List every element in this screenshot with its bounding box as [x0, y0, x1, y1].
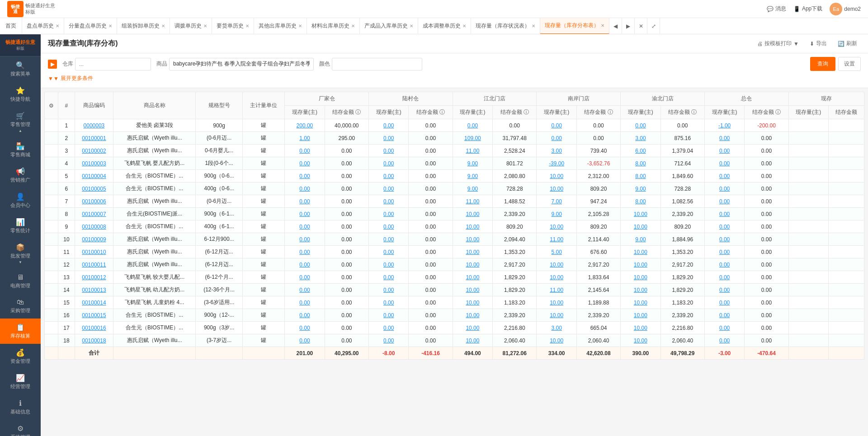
table-cell[interactable]: 0.00 — [704, 132, 744, 145]
table-cell[interactable]: 9.00 — [453, 183, 492, 195]
table-cell[interactable]: 0.00 — [704, 271, 744, 284]
table-cell[interactable]: 0.00 — [704, 145, 744, 157]
table-cell[interactable]: 0.00 — [704, 246, 744, 258]
tab-close-group-disassemble[interactable]: ✕ — [161, 23, 165, 28]
sidebar-item-member[interactable]: 👤 会员中心 — [0, 188, 41, 213]
table-cell[interactable]: 3.00 — [537, 322, 576, 334]
table-cell[interactable]: 0.00 — [285, 220, 325, 233]
table-cell[interactable]: 00100004 — [75, 170, 113, 183]
table-cell[interactable]: 11.00 — [453, 145, 492, 157]
table-cell[interactable]: 10.00 — [621, 258, 660, 271]
table-cell[interactable]: 10.00 — [621, 271, 660, 284]
table-cell[interactable]: 10.00 — [453, 334, 492, 347]
table-cell[interactable]: 00100001 — [75, 132, 113, 145]
table-cell[interactable]: 11.00 — [537, 233, 576, 246]
tab-other-out[interactable]: 其他出库单历史 ✕ — [254, 18, 307, 34]
table-cell[interactable]: 0.00 — [285, 258, 325, 271]
table-cell[interactable]: 0.00 — [285, 284, 325, 296]
sidebar-item-operation[interactable]: 📈 经营管理 — [0, 369, 41, 394]
table-cell[interactable]: 10.00 — [621, 246, 660, 258]
table-cell[interactable]: 00100014 — [75, 296, 113, 309]
table-cell[interactable]: 0.00 — [537, 132, 576, 145]
table-cell[interactable]: 7.00 — [537, 195, 576, 208]
tab-close-transfer[interactable]: ✕ — [203, 23, 207, 28]
table-cell[interactable]: 10.00 — [537, 220, 576, 233]
table-cell[interactable]: 1.00 — [285, 132, 325, 145]
table-cell[interactable]: 00100006 — [75, 195, 113, 208]
table-cell[interactable]: 10.00 — [453, 322, 492, 334]
table-cell[interactable]: 0.00 — [704, 170, 744, 183]
table-cell[interactable]: 0.00 — [704, 296, 744, 309]
table-cell[interactable]: 10.00 — [453, 296, 492, 309]
table-cell[interactable]: 00100012 — [75, 271, 113, 284]
table-cell[interactable]: 10.00 — [537, 170, 576, 183]
table-cell[interactable]: 0.00 — [704, 195, 744, 208]
table-cell[interactable]: 0.00 — [285, 157, 325, 170]
tab-cost-adjust[interactable]: 成本调整单历史 ✕ — [418, 18, 471, 34]
app-download-btn[interactable]: 📱 App下载 — [793, 5, 822, 13]
settings-icon[interactable]: ⚙ — [49, 103, 54, 109]
sidebar-item-basic[interactable]: ℹ 基础信息 — [0, 394, 41, 420]
table-cell[interactable]: -39.00 — [537, 157, 576, 170]
table-cell[interactable]: 10.00 — [537, 334, 576, 347]
tab-next-btn[interactable]: ▶ — [622, 18, 635, 34]
table-cell[interactable]: 0.00 — [704, 334, 744, 347]
table-cell[interactable]: 3.00 — [621, 132, 660, 145]
sidebar-item-finance[interactable]: 💰 资金管理 — [0, 344, 41, 369]
table-cell[interactable]: 0.00 — [285, 170, 325, 183]
table-cell[interactable]: 0.00 — [368, 258, 408, 271]
table-cell[interactable]: 10.00 — [453, 208, 492, 220]
table-cell[interactable]: 00100009 — [75, 233, 113, 246]
table-cell[interactable]: 0.00 — [368, 220, 408, 233]
table-cell[interactable]: 0.00 — [621, 119, 660, 132]
table-cell[interactable]: 9.00 — [453, 170, 492, 183]
table-cell[interactable]: 10.00 — [453, 220, 492, 233]
table-cell[interactable]: 0.00 — [285, 246, 325, 258]
table-cell[interactable]: 10.00 — [453, 258, 492, 271]
tab-close-product-in[interactable]: ✕ — [410, 23, 413, 28]
table-cell[interactable]: 0.00 — [368, 145, 408, 157]
table-cell[interactable]: 0.00 — [368, 334, 408, 347]
table-cell[interactable]: 00100018 — [75, 334, 113, 347]
table-cell[interactable]: 00100011 — [75, 258, 113, 271]
search-btn[interactable]: 查询 — [810, 57, 835, 71]
table-cell[interactable]: 10.00 — [621, 309, 660, 322]
table-cell[interactable]: 10.00 — [453, 233, 492, 246]
table-cell[interactable]: 00100010 — [75, 246, 113, 258]
tab-prev-btn[interactable]: ◀ — [609, 18, 622, 34]
sidebar-item-ecommerce[interactable]: 🖥 电商管理 — [0, 269, 41, 294]
sidebar-item-retail-stats[interactable]: 📊 零售统计 — [0, 213, 41, 239]
expand-filter-btn[interactable]: ▼▼ 展开更多条件 — [48, 73, 861, 84]
table-cell[interactable]: 00100007 — [75, 208, 113, 220]
table-cell[interactable]: 0.00 — [368, 322, 408, 334]
warehouse-input[interactable] — [75, 58, 151, 70]
table-cell[interactable]: 0.00 — [368, 246, 408, 258]
table-cell[interactable]: 10.00 — [453, 271, 492, 284]
sidebar-item-retail-store[interactable]: 🏪 零售商城 — [0, 137, 41, 163]
table-cell[interactable]: 10.00 — [537, 183, 576, 195]
table-cell[interactable]: 200.00 — [285, 119, 325, 132]
table-cell[interactable]: 0.00 — [453, 119, 492, 132]
table-cell[interactable]: 0.00 — [285, 195, 325, 208]
tab-material-out[interactable]: 材料出库单历史 ✕ — [307, 18, 360, 34]
sidebar-item-inventory[interactable]: 📋 库存核算 — [0, 319, 41, 344]
table-cell[interactable]: 10.00 — [621, 334, 660, 347]
table-cell[interactable]: 0.00 — [704, 220, 744, 233]
table-cell[interactable]: 00100003 — [75, 157, 113, 170]
table-cell[interactable]: 0.00 — [285, 145, 325, 157]
filter-arrow-btn[interactable]: ▶ — [48, 60, 57, 69]
tab-close-other-out[interactable]: ✕ — [298, 23, 302, 28]
table-cell[interactable]: 0.00 — [285, 271, 325, 284]
tab-close-inventory-single[interactable]: ✕ — [56, 23, 59, 28]
table-cell[interactable]: 10.00 — [453, 309, 492, 322]
table-cell[interactable]: 0.00 — [368, 183, 408, 195]
table-cell[interactable]: 0.00 — [704, 233, 744, 246]
table-cell[interactable]: 10.00 — [621, 284, 660, 296]
table-cell[interactable]: 0.00 — [704, 258, 744, 271]
table-cell[interactable]: 11.00 — [453, 195, 492, 208]
print-btn[interactable]: 🖨 按模板打印 ▼ — [754, 38, 802, 49]
table-cell[interactable]: 10.00 — [537, 271, 576, 284]
sidebar-item-search[interactable]: 🔍 搜索英单 — [0, 56, 41, 82]
table-cell[interactable]: 0.00 — [704, 322, 744, 334]
table-cell[interactable]: 0.00 — [285, 233, 325, 246]
